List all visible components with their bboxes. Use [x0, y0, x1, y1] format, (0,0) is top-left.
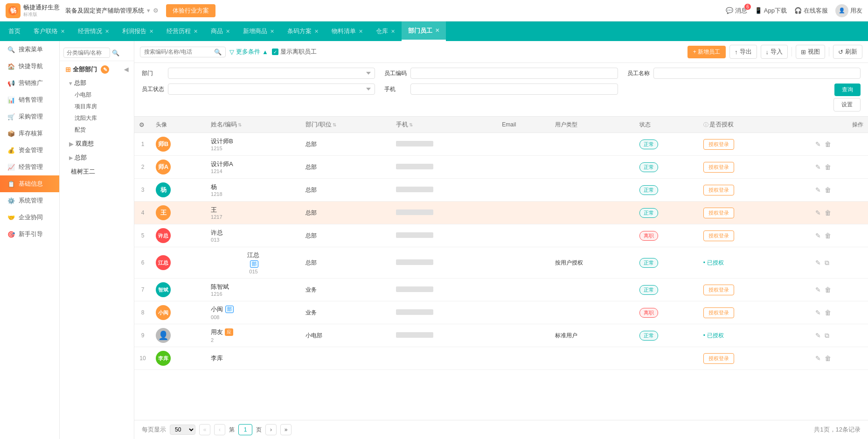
- view-button[interactable]: ⊞ 视图: [796, 45, 825, 59]
- auth-button[interactable]: 授权登录: [703, 307, 734, 318]
- tab-add-goods[interactable]: 新增商品 ✕: [236, 21, 281, 41]
- auth-button[interactable]: 授权登录: [703, 208, 734, 218]
- add-employee-button[interactable]: + 新增员工: [687, 46, 726, 58]
- tab-process[interactable]: 经营历程 ✕: [160, 21, 204, 41]
- sidebar-item-finance[interactable]: 💰 资金管理: [0, 142, 59, 159]
- dept-search-input[interactable]: [63, 48, 110, 58]
- auth-button[interactable]: 授权登录: [703, 230, 734, 241]
- edit-icon[interactable]: ✎: [815, 286, 821, 293]
- delete-icon[interactable]: 🗑: [825, 209, 831, 216]
- show-resigned-toggle[interactable]: ✓ 显示离职员工: [272, 48, 317, 56]
- close-icon[interactable]: ✕: [226, 28, 230, 35]
- edit-icon[interactable]: ✎: [815, 163, 821, 171]
- auth-button[interactable]: 授权登录: [703, 162, 734, 173]
- tab-barcode[interactable]: 条码方案 ✕: [281, 21, 325, 41]
- import-button[interactable]: ↓ 导入: [761, 45, 788, 59]
- message-item[interactable]: 💬 消息 6: [726, 7, 747, 15]
- tab-operation[interactable]: 经营情况 ✕: [71, 21, 116, 41]
- dept-select[interactable]: [168, 68, 375, 79]
- sidebar-item-collab[interactable]: 🤝 企业协同: [0, 209, 59, 226]
- phone-input[interactable]: [410, 84, 618, 95]
- edit-icon[interactable]: ✎: [815, 232, 821, 239]
- dropdown-arrow-icon[interactable]: ▾: [147, 7, 150, 14]
- th-phone[interactable]: 手机 ⇅: [391, 117, 497, 133]
- online-service-item[interactable]: 🎧 在线客服: [794, 7, 828, 15]
- tab-customer[interactable]: 客户联络 ✕: [27, 21, 71, 41]
- edit-icon[interactable]: ✎: [815, 186, 821, 194]
- edit-icon[interactable]: ✎: [815, 259, 821, 266]
- settings-icon[interactable]: ⚙: [153, 7, 159, 14]
- tab-profit[interactable]: 利润报告 ✕: [116, 21, 160, 41]
- dept-group-title-shuanglu[interactable]: ▶ 双鹿想: [65, 138, 130, 150]
- sidebar-item-guide[interactable]: 🎯 新手引导: [0, 226, 59, 243]
- th-name[interactable]: 姓名/编码 ⇅: [206, 117, 301, 133]
- sidebar-item-marketing[interactable]: 📢 营销推广: [0, 75, 59, 91]
- close-icon[interactable]: ✕: [194, 28, 198, 35]
- sidebar-item-business[interactable]: 📈 经营管理: [0, 159, 59, 175]
- close-icon[interactable]: ✕: [105, 28, 109, 35]
- search-input[interactable]: [144, 49, 214, 55]
- edit-icon[interactable]: ✎: [815, 355, 821, 362]
- edit-icon[interactable]: ✎: [815, 140, 821, 148]
- auth-button[interactable]: 授权登录: [703, 185, 734, 195]
- dept-node-xiaodian[interactable]: 小电部: [71, 89, 130, 101]
- delete-icon[interactable]: 🗑: [825, 309, 831, 316]
- dept-node-project[interactable]: 项目库房: [71, 101, 130, 112]
- delete-icon[interactable]: 🗑: [825, 140, 831, 148]
- page-size-select[interactable]: 50 100: [170, 425, 195, 435]
- sidebar-search[interactable]: 🔍 搜索菜单: [0, 41, 59, 58]
- dept-group-title-zhishu[interactable]: 植树王二: [65, 166, 130, 178]
- next-button[interactable]: ›: [265, 424, 277, 435]
- copy-icon[interactable]: ⧉: [825, 332, 829, 340]
- user-item[interactable]: 👤 用友: [835, 4, 862, 17]
- delete-icon[interactable]: 🗑: [825, 163, 831, 171]
- dept-group-title-head[interactable]: ▾ 总部: [65, 77, 130, 89]
- edit-icon[interactable]: ✎: [815, 332, 821, 339]
- auth-button[interactable]: 授权登录: [703, 139, 734, 150]
- delete-icon[interactable]: 🗑: [825, 186, 831, 194]
- th-dept[interactable]: 部门/职位 ⇅: [301, 117, 391, 133]
- close-icon[interactable]: ✕: [435, 28, 439, 34]
- th-auth[interactable]: ⓘ是否授权: [699, 117, 790, 133]
- next-next-button[interactable]: »: [280, 424, 292, 435]
- sidebar-item-system[interactable]: ⚙️ 系统管理: [0, 192, 59, 209]
- close-icon[interactable]: ✕: [61, 28, 65, 35]
- sidebar-item-basic[interactable]: 📋 基础信息: [0, 175, 59, 192]
- query-button[interactable]: 查询: [834, 84, 861, 96]
- tab-goods[interactable]: 商品 ✕: [204, 21, 236, 41]
- tab-employee[interactable]: 部门员工 ✕: [402, 21, 446, 41]
- print-button[interactable]: ↺ 刷新: [833, 45, 862, 59]
- collapse-button[interactable]: ✎: [101, 65, 109, 74]
- export-button[interactable]: ↑ 导出: [729, 45, 757, 59]
- prev-prev-button[interactable]: «: [199, 424, 210, 435]
- tab-warehouse[interactable]: 仓库 ✕: [369, 21, 402, 41]
- delete-icon[interactable]: 🗑: [825, 355, 831, 362]
- delete-icon[interactable]: 🗑: [825, 286, 831, 293]
- delete-icon[interactable]: 🗑: [825, 232, 831, 239]
- close-icon[interactable]: ✕: [391, 28, 395, 35]
- tab-home[interactable]: 首页: [2, 21, 27, 41]
- dept-group-title-zongbu[interactable]: ▶ 总部: [65, 152, 130, 164]
- dept-node-shenyang[interactable]: 沈阳大库: [71, 112, 130, 124]
- more-conditions-button[interactable]: ▽ 更多条件 ▲: [229, 48, 268, 56]
- close-icon[interactable]: ✕: [314, 28, 319, 35]
- expand-icon[interactable]: ◀: [124, 66, 128, 73]
- reset-button[interactable]: 设置: [833, 98, 861, 111]
- close-icon[interactable]: ✕: [270, 28, 274, 35]
- close-icon[interactable]: ✕: [359, 28, 363, 35]
- dept-node-dispatch[interactable]: 配货: [71, 124, 130, 136]
- trial-button[interactable]: 体验行业方案: [166, 4, 215, 17]
- app-download-item[interactable]: 📱 App下载: [755, 7, 787, 15]
- auth-button[interactable]: 授权登录: [703, 353, 734, 364]
- empcode-input[interactable]: [410, 68, 618, 79]
- th-settings[interactable]: ⚙: [134, 117, 151, 133]
- dept-all-header[interactable]: ⊞ 全部部门 ✎ ◀: [63, 63, 130, 76]
- tab-bom[interactable]: 物料清单 ✕: [325, 21, 369, 41]
- prev-button[interactable]: ‹: [214, 424, 225, 435]
- status-select[interactable]: [168, 84, 375, 95]
- auth-button[interactable]: 授权登录: [703, 285, 734, 295]
- sidebar-quick-nav[interactable]: 🏠 快捷导航: [0, 58, 59, 75]
- edit-icon[interactable]: ✎: [815, 309, 821, 316]
- empname-input[interactable]: [653, 68, 861, 79]
- close-icon[interactable]: ✕: [149, 28, 153, 35]
